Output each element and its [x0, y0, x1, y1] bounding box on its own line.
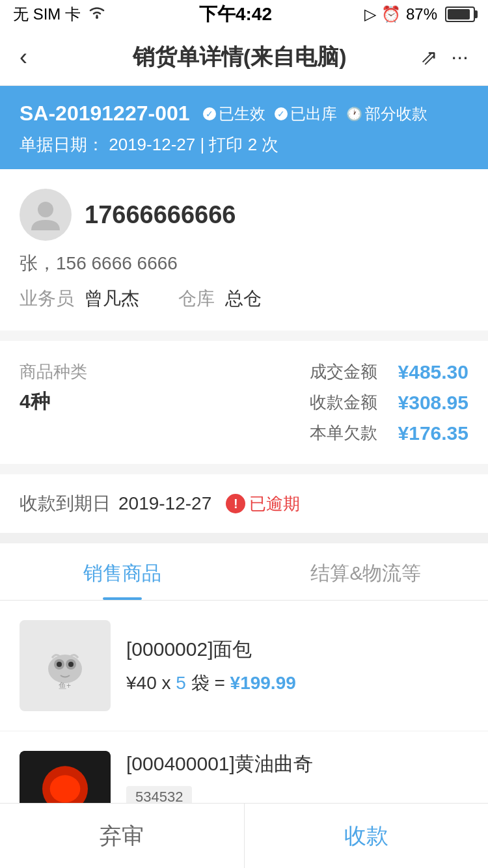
order-banner: SA-20191227-001 ✓ 已生效 ✓ 已出库 🕐 部分收款 单据日期：…: [0, 86, 488, 169]
status-time: 下午4:42: [199, 2, 272, 27]
status-bar: 无 SIM 卡 下午4:42 ▷ ⏰ 87%: [0, 0, 488, 29]
due-date: 2019-12-27: [118, 493, 211, 514]
product-price-row-1: ¥40 x 5 袋 = ¥199.99: [126, 671, 468, 696]
salesperson-label: 业务员: [20, 288, 74, 308]
collected-row: 收款金额 ¥308.95: [310, 391, 468, 414]
divider: [0, 533, 488, 543]
svg-point-6: [68, 662, 74, 667]
back-button[interactable]: ‹: [20, 44, 59, 71]
product-name-2: [000400001]黄油曲奇: [126, 751, 468, 778]
status-effective: ✓ 已生效: [203, 103, 265, 124]
location-icon: ▷: [364, 5, 376, 23]
owed-value: ¥176.35: [390, 422, 468, 444]
check-icon-1: ✓: [203, 107, 216, 120]
share-button[interactable]: ⇗: [420, 45, 438, 70]
order-id: SA-20191227-001: [20, 102, 190, 126]
warehouse-value: 总仓: [225, 288, 262, 308]
nav-bar: ‹ 销货单详情(来自电脑) ⇗ ···: [0, 29, 488, 86]
salesperson-row: 业务员 曾凡杰: [20, 286, 139, 311]
status-partial: 🕐 部分收款: [346, 103, 427, 124]
clock-icon: 🕐: [346, 106, 362, 122]
battery-icon: [445, 7, 475, 22]
order-date: 2019-12-27: [109, 135, 195, 154]
tab-settlement[interactable]: 结算&物流等: [244, 543, 488, 600]
svg-point-10: [50, 775, 81, 802]
collected-value: ¥308.95: [390, 392, 468, 414]
warehouse-row: 仓库 总仓: [178, 286, 262, 311]
customer-detail: 张，156 6666 6666: [20, 251, 468, 276]
collected-label: 收款金额: [310, 391, 377, 414]
product-thumb-1: 鱼+: [20, 620, 111, 711]
product-info-1: [0000002]面包 ¥40 x 5 袋 = ¥199.99: [126, 636, 468, 696]
order-date-label: 单据日期：: [20, 135, 104, 154]
prod1-unit: 袋: [191, 673, 210, 693]
svg-point-0: [96, 16, 98, 19]
salesperson-value: 曾凡杰: [85, 288, 139, 308]
nav-actions: ⇗ ···: [420, 45, 468, 70]
customer-name: 17666666666: [85, 201, 236, 229]
svg-text:鱼+: 鱼+: [59, 681, 71, 690]
product-name-1: [0000002]面包: [126, 636, 468, 663]
status-shipped: ✓ 已出库: [275, 103, 337, 124]
owed-row: 本单欠款 ¥176.35: [310, 422, 468, 444]
product-item: 鱼+ [0000002]面包 ¥40 x 5 袋 = ¥199.99: [0, 601, 488, 731]
svg-point-5: [57, 662, 62, 667]
check-icon-2: ✓: [275, 107, 288, 120]
summary-right: 成交金额 ¥485.30 收款金额 ¥308.95 本单欠款 ¥176.35: [310, 360, 468, 444]
more-button[interactable]: ···: [451, 45, 468, 69]
tab-sales-products[interactable]: 销售商品: [0, 543, 244, 600]
prod1-total: ¥199.99: [230, 673, 296, 693]
customer-meta: 业务员 曾凡杰 仓库 总仓: [20, 286, 468, 311]
overdue-badge: ! 已逾期: [226, 493, 300, 515]
summary-left: 商品种类 4种: [20, 360, 87, 415]
alarm-icon: ⏰: [381, 5, 401, 23]
battery-percent: 87%: [406, 5, 437, 23]
prod1-price: ¥40: [126, 673, 157, 693]
overdue-label: 已逾期: [249, 493, 300, 515]
tabs-bar: 销售商品 结算&物流等: [0, 543, 488, 601]
product-type-value: 4种: [20, 388, 87, 415]
warehouse-label: 仓库: [178, 288, 215, 308]
amount-label: 成交金额: [310, 360, 377, 383]
customer-row: 17666666666: [20, 189, 468, 241]
bottom-bar: 弃审 收款: [0, 803, 488, 868]
due-section: 收款到期日 2019-12-27 ! 已逾期: [0, 474, 488, 533]
cancel-audit-button[interactable]: 弃审: [0, 804, 245, 868]
order-date-row: 单据日期： 2019-12-27 | 打印 2 次: [20, 133, 468, 156]
status-indicators: ▷ ⏰ 87%: [364, 5, 475, 23]
due-label: 收款到期日: [20, 491, 111, 516]
summary-section: 商品种类 4种 成交金额 ¥485.30 收款金额 ¥308.95 本单欠款 ¥…: [0, 341, 488, 464]
prod1-qty: 5: [176, 673, 186, 693]
product-type-label: 商品种类: [20, 360, 87, 383]
customer-section: 17666666666 张，156 6666 6666 业务员 曾凡杰 仓库 总…: [0, 169, 488, 331]
amount-row: 成交金额 ¥485.30: [310, 360, 468, 383]
owed-label: 本单欠款: [310, 422, 377, 444]
status-carrier: 无 SIM 卡: [13, 4, 107, 25]
carrier-text: 无 SIM 卡: [13, 4, 81, 25]
page-title: 销货单详情(来自电脑): [59, 42, 420, 72]
status-tags: ✓ 已生效 ✓ 已出库 🕐 部分收款: [203, 103, 427, 124]
avatar: [20, 189, 72, 241]
svg-point-1: [38, 202, 53, 217]
overdue-icon: !: [226, 494, 245, 513]
collect-button[interactable]: 收款: [245, 804, 489, 868]
amount-value: ¥485.30: [390, 361, 468, 383]
order-print-info: | 打印 2 次: [200, 135, 278, 154]
svg-point-2: [48, 655, 82, 683]
wifi-icon: [87, 5, 107, 23]
